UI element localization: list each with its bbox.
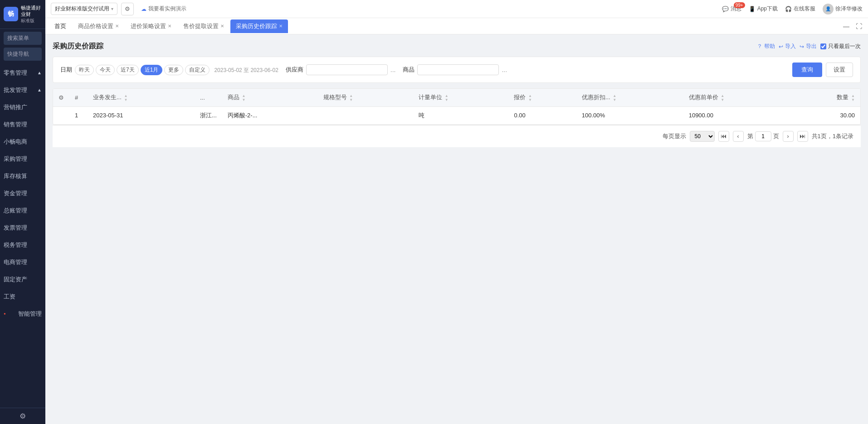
- user-menu[interactable]: 👤 徐泽华修改: [823, 4, 863, 14]
- query-button[interactable]: 查询: [792, 63, 822, 77]
- page-label: 第: [747, 132, 753, 140]
- message-button[interactable]: 💬 消息 99+: [722, 5, 741, 13]
- demo-button[interactable]: ☁ 我要看实例演示: [141, 5, 186, 13]
- product-filter: 商品 ...: [403, 64, 507, 75]
- sort-icon: ▲▼: [242, 94, 245, 102]
- sidebar-item-general-ledger[interactable]: 总账管理: [0, 202, 45, 219]
- filter-settings-button[interactable]: 设置: [826, 63, 853, 77]
- sort-icon: ▲▼: [851, 94, 855, 102]
- sidebar-item-tax[interactable]: 税务管理: [0, 236, 45, 254]
- th-spec[interactable]: 规格型号 ▲▼: [318, 89, 413, 106]
- per-page-label: 每页显示: [663, 132, 686, 140]
- today-button[interactable]: 今天: [96, 65, 115, 75]
- import-button[interactable]: ↩ 导入: [779, 43, 796, 50]
- quick-nav-button[interactable]: 快捷导航: [4, 48, 42, 61]
- tab-price[interactable]: 商品价格设置 ✕: [73, 19, 124, 33]
- sidebar-item-ecommerce[interactable]: 电商管理: [0, 254, 45, 271]
- td-date: 2023-05-31: [88, 106, 195, 124]
- td-gear: [53, 106, 69, 124]
- sidebar-item-finance[interactable]: 资金管理: [0, 185, 45, 202]
- last7days-button[interactable]: 近7天: [117, 65, 139, 75]
- help-button[interactable]: ？ 帮助: [757, 43, 775, 50]
- per-page-select[interactable]: 50 10 20 100: [690, 131, 715, 142]
- online-service-button[interactable]: 🎧 在线客服: [785, 5, 815, 13]
- tab-sale-price[interactable]: 售价提取设置 ✕: [178, 19, 229, 33]
- tab-purchase-history[interactable]: 采购历史价跟踪 ✕: [230, 19, 288, 33]
- data-table: ⚙ # 业务发生... ▲▼ ... 商品 ▲▼: [53, 88, 861, 125]
- close-icon[interactable]: ✕: [220, 24, 224, 29]
- th-price[interactable]: 报价 ▲▼: [508, 89, 576, 106]
- th-quantity[interactable]: 数量 ▲▼: [793, 89, 860, 106]
- version-select[interactable]: 好业财标准版交付试用 ▾: [51, 3, 117, 15]
- td-num: 1: [69, 106, 88, 124]
- page-unit: 页: [773, 132, 779, 140]
- import-icon: ↩: [779, 43, 783, 50]
- page-input-group: 第 页: [747, 131, 779, 141]
- sidebar-item-wholesale[interactable]: 批发管理 ▲: [0, 82, 45, 99]
- sort-icon: ▲▼: [528, 94, 532, 102]
- td-unit-price: 10900.00: [683, 106, 793, 124]
- more-button[interactable]: 更多: [164, 65, 183, 75]
- supplier-dots-button[interactable]: ...: [390, 66, 396, 73]
- sidebar-item-fixed-assets[interactable]: 固定资产: [0, 271, 45, 288]
- th-num: #: [69, 89, 88, 106]
- close-icon[interactable]: ✕: [168, 24, 171, 29]
- th-gear[interactable]: ⚙: [53, 89, 69, 106]
- th-more[interactable]: ...: [195, 89, 222, 106]
- close-icon[interactable]: ✕: [279, 24, 283, 29]
- app-download-button[interactable]: 📱 App下载: [749, 5, 778, 13]
- th-product[interactable]: 商品 ▲▼: [222, 89, 318, 106]
- th-date[interactable]: 业务发生... ▲▼: [88, 89, 195, 106]
- only-last-checkbox[interactable]: 只看最后一次: [820, 43, 861, 50]
- th-discount[interactable]: 优惠折扣... ▲▼: [576, 89, 683, 106]
- app-logo-icon: 畅: [4, 7, 18, 21]
- sidebar: 畅 畅捷通好业财 标准版 搜索菜单 快捷导航 零售管理 ▲ 批发管理 ▲ 营销推…: [0, 0, 45, 424]
- custom-button[interactable]: 自定义: [185, 65, 210, 75]
- filter-actions: 查询 设置: [792, 63, 853, 77]
- sidebar-item-inventory[interactable]: 库存核算: [0, 168, 45, 185]
- settings-icon[interactable]: ⚙: [20, 412, 26, 420]
- sidebar-item-invoice[interactable]: 发票管理: [0, 219, 45, 236]
- sidebar-item-sales[interactable]: 销售管理: [0, 116, 45, 133]
- sidebar-item-smart[interactable]: 智能管理: [0, 305, 45, 323]
- td-price: 0.00: [508, 106, 576, 124]
- only-last-input[interactable]: [820, 43, 826, 49]
- tab-home[interactable]: 首页: [49, 19, 72, 33]
- filter-bar: 日期 昨天 今天 近7天 近1月 更多 自定义 2023-05-02 至 202…: [53, 57, 861, 83]
- product-input[interactable]: [417, 64, 499, 75]
- page-header: 采购历史价跟踪 ？ 帮助 ↩ 导入 ↪ 导出 只看最后一次: [53, 42, 861, 51]
- date-label: 日期: [60, 66, 72, 74]
- date-filter: 日期 昨天 今天 近7天 近1月 更多 自定义 2023-05-02 至 202…: [60, 65, 278, 75]
- export-button[interactable]: ↪ 导出: [800, 43, 817, 50]
- yesterday-button[interactable]: 昨天: [75, 65, 94, 75]
- page-title: 采购历史价跟踪: [53, 42, 103, 51]
- minimize-button[interactable]: —: [841, 21, 852, 32]
- avatar: 👤: [823, 4, 834, 14]
- expand-button[interactable]: ⛶: [853, 21, 864, 32]
- supplier-input[interactable]: [306, 64, 388, 75]
- page-number-input[interactable]: [755, 131, 771, 141]
- next-page-button[interactable]: ›: [783, 131, 794, 142]
- th-unit[interactable]: 计量单位 ▲▼: [413, 89, 508, 106]
- last1month-button[interactable]: 近1月: [141, 65, 163, 75]
- settings-button[interactable]: ⚙: [121, 3, 134, 15]
- message-badge: 99+: [734, 2, 745, 8]
- app-logo-text: 畅捷通好业财: [21, 5, 42, 18]
- search-menu-button[interactable]: 搜索菜单: [4, 32, 42, 45]
- tab-purchase-strategy[interactable]: 进价策略设置 ✕: [125, 19, 177, 33]
- sidebar-item-salary[interactable]: 工资: [0, 288, 45, 305]
- sidebar-item-zero-retail[interactable]: 零售管理 ▲: [0, 64, 45, 82]
- first-page-button[interactable]: ⏮: [718, 131, 729, 142]
- product-dots-button[interactable]: ...: [502, 66, 507, 73]
- prev-page-button[interactable]: ‹: [733, 131, 744, 142]
- last-page-button[interactable]: ⏭: [797, 131, 808, 142]
- sidebar-item-ecommerce-small[interactable]: 小畅电商: [0, 133, 45, 150]
- td-spec: [318, 106, 413, 124]
- th-unit-price[interactable]: 优惠前单价 ▲▼: [683, 89, 793, 106]
- sidebar-item-marketing[interactable]: 营销推广: [0, 99, 45, 116]
- page-content: 采购历史价跟踪 ？ 帮助 ↩ 导入 ↪ 导出 只看最后一次: [45, 34, 868, 424]
- app-icon: 📱: [749, 6, 756, 12]
- sidebar-item-purchase[interactable]: 采购管理: [0, 150, 45, 168]
- close-icon[interactable]: ✕: [115, 24, 119, 29]
- headset-icon: 🎧: [785, 6, 792, 12]
